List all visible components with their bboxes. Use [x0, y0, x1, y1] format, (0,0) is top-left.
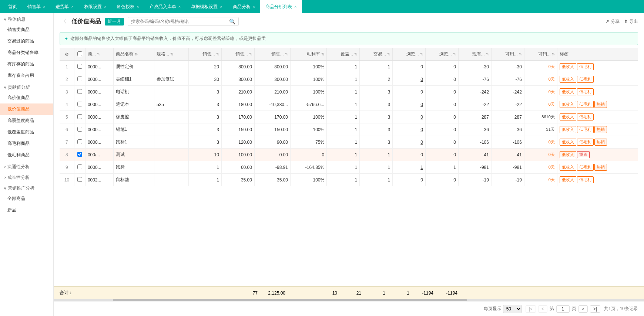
col-settings[interactable]: ⚙: [60, 48, 74, 61]
current-cell: 287: [458, 111, 491, 123]
per-page-select[interactable]: 50 100 200: [503, 305, 522, 313]
pv1-cell: 0: [393, 86, 426, 98]
tags-cell: 低收入低毛利: [557, 86, 638, 98]
pv1-value[interactable]: 0: [420, 152, 423, 157]
name-cell: 属性定价: [113, 61, 154, 73]
close-icon[interactable]: ×: [294, 4, 296, 9]
available-cell: -19: [491, 174, 524, 186]
close-icon[interactable]: ×: [178, 4, 181, 9]
sidebar-item-low-margin[interactable]: 低毛利商品: [0, 149, 53, 161]
row-checkbox[interactable]: [77, 139, 82, 144]
sidebar-item-low-coverage[interactable]: 低覆盖度商品: [0, 126, 53, 138]
nav-permissions[interactable]: 权限设置 ×: [79, 0, 111, 13]
nav-purchase-order[interactable]: 进货单 ×: [50, 0, 78, 13]
nav-role-auth[interactable]: 角色授权 ×: [111, 0, 144, 13]
close-icon[interactable]: ×: [253, 4, 255, 9]
pv2-cell: 0: [426, 136, 459, 149]
days-cell: 0天: [524, 73, 557, 86]
sidebar-group-overall[interactable]: ∨ 整体信息: [0, 13, 53, 24]
next-page-button[interactable]: >: [578, 305, 588, 313]
nav-goods-analysis-list[interactable]: 商品分析列表 ×: [260, 0, 302, 13]
row-checkbox[interactable]: [77, 164, 82, 169]
nav-template-settings[interactable]: 单据模板设置 ×: [186, 0, 227, 13]
top-nav: 首页 销售单 × 进货单 × 权限设置 × 角色授权 × 产成品入库单 × 单据…: [0, 0, 644, 13]
sidebar-group-marketing[interactable]: ∨ 营销推广分析: [0, 182, 53, 193]
search-icon[interactable]: 🔍: [229, 18, 235, 24]
sidebar-item-stock-goods[interactable]: 有库存的商品: [0, 58, 53, 70]
sidebar-item-all-goods[interactable]: 全部商品: [0, 193, 53, 204]
sidebar-group-contribution[interactable]: ∨ 贡献值分析: [0, 81, 53, 92]
name-cell: 测试: [113, 149, 154, 161]
sidebar-item-new-goods[interactable]: 新品: [0, 204, 53, 216]
nav-home[interactable]: 首页: [3, 0, 22, 13]
tags-cell: 低收入重置: [557, 149, 638, 161]
spec-cell: [154, 111, 189, 123]
tag-badge: 热销: [594, 164, 607, 171]
tag-badge: 低收入: [560, 176, 576, 183]
sidebar-item-high-coverage[interactable]: 高覆盖度商品: [0, 115, 53, 126]
close-icon[interactable]: ×: [104, 4, 106, 9]
pv1-cell: 0: [393, 98, 426, 111]
nav-product-warehouse[interactable]: 产成品入库单 ×: [144, 0, 186, 13]
pv1-cell: 1: [393, 161, 426, 174]
pv1-value[interactable]: 0: [420, 127, 423, 132]
row-checkbox[interactable]: [77, 127, 82, 132]
total-records: 共1页，10条记录: [604, 306, 638, 312]
check-cell: [74, 161, 85, 174]
pv1-value[interactable]: 0: [420, 64, 423, 69]
col-available-header: 可用... ⇅: [491, 48, 524, 61]
first-page-button[interactable]: |<: [526, 305, 536, 313]
current-cell: -22: [458, 98, 491, 111]
close-icon[interactable]: ×: [220, 4, 222, 9]
col-cover-header: 覆盖... ⇅: [327, 48, 360, 61]
row-checkbox[interactable]: [77, 152, 82, 157]
row-checkbox[interactable]: [77, 77, 82, 81]
table-row: 8 000/... 测试 10 100.00 0.00 0 1 1 0 0 -4…: [60, 149, 638, 161]
sidebar-group-circulation[interactable]: > 流通性分析: [0, 161, 53, 171]
sidebar-item-category-rate[interactable]: 商品分类销售率: [0, 47, 53, 58]
row-checkbox[interactable]: [77, 89, 82, 94]
page-input[interactable]: [556, 305, 570, 313]
nav-goods-analysis[interactable]: 商品分析 ×: [228, 0, 260, 13]
row-checkbox[interactable]: [77, 114, 82, 119]
pv1-value[interactable]: 0: [420, 115, 423, 120]
share-button[interactable]: ↗ 分享: [606, 18, 620, 25]
export-icon: ⬆: [624, 19, 628, 24]
select-all-checkbox[interactable]: [77, 51, 82, 56]
gross-rate-cell: 75%: [291, 136, 327, 149]
export-button[interactable]: ⬆ 导出: [624, 18, 638, 25]
close-icon[interactable]: ×: [71, 4, 73, 9]
row-checkbox[interactable]: [77, 64, 82, 69]
days-cell: 0天: [524, 61, 557, 73]
sidebar-item-high-value[interactable]: 高价值商品: [0, 92, 53, 103]
prev-page-button[interactable]: <: [538, 305, 547, 313]
nav-sales-order[interactable]: 销售单 ×: [22, 0, 50, 13]
close-icon[interactable]: ×: [137, 4, 139, 9]
gross-rate-cell: 0: [291, 149, 327, 161]
search-input[interactable]: [131, 19, 227, 24]
pv1-value[interactable]: 0: [420, 102, 423, 107]
num-cell: 6: [60, 123, 74, 136]
close-icon[interactable]: ×: [43, 4, 45, 9]
cover-cell: 1: [327, 73, 360, 86]
sidebar-group-growth[interactable]: > 成长性分析: [0, 171, 53, 182]
pv1-value[interactable]: 1: [420, 165, 423, 170]
last-page-button[interactable]: >|: [590, 305, 600, 313]
collapse-sidebar-button[interactable]: 《: [60, 17, 68, 26]
pv1-value[interactable]: 0: [420, 177, 423, 183]
pv1-value[interactable]: 0: [420, 77, 423, 82]
row-checkbox[interactable]: [77, 177, 82, 182]
sidebar-item-high-margin[interactable]: 高毛利商品: [0, 138, 53, 149]
sales-avg-cell: 35.00: [254, 174, 290, 186]
sidebar-item-traded-goods[interactable]: 交易过的商品: [0, 35, 53, 47]
sidebar-item-low-value[interactable]: 低价值商品: [0, 103, 53, 115]
chevron-down-icon: ∨: [4, 85, 6, 89]
footer-current: -1194: [413, 290, 437, 296]
pv1-value[interactable]: 0: [420, 89, 423, 95]
time-filter-badge[interactable]: 近一月: [105, 18, 124, 26]
sidebar-item-sales-goods[interactable]: 销售类商品: [0, 24, 53, 35]
row-checkbox[interactable]: [77, 102, 82, 106]
pv1-value[interactable]: 0: [420, 140, 423, 145]
check-cell: [74, 98, 85, 111]
sidebar-item-stock-funds[interactable]: 库存资金占用: [0, 70, 53, 81]
